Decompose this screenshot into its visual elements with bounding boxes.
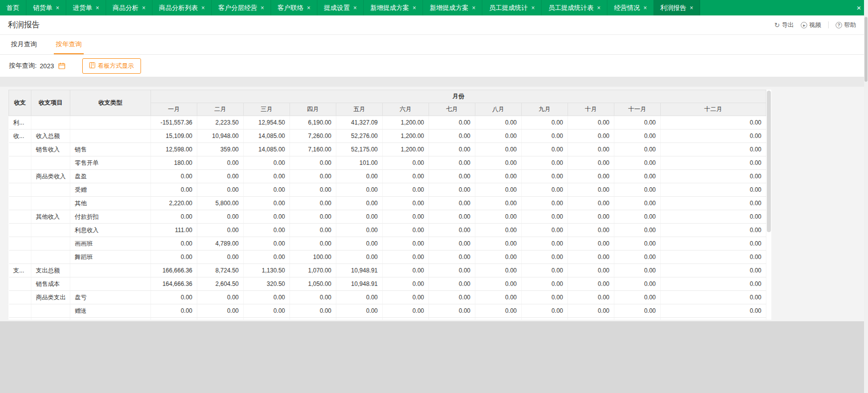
window-scrollbar-thumb[interactable] <box>865 17 868 82</box>
cell-month-value: 0.00 <box>661 143 766 156</box>
cell-month-value: 0.00 <box>383 210 429 224</box>
nav-tab[interactable]: 新增提成方案× <box>423 0 482 15</box>
tab-close-icon[interactable]: × <box>531 5 535 11</box>
nav-tab[interactable]: 经营情况× <box>607 0 654 15</box>
cell-month-value: 0.00 <box>429 251 475 264</box>
cell-month-value: 0.00 <box>522 277 568 291</box>
nav-tab-label: 商品分析列表 <box>159 3 198 12</box>
tab-close-icon[interactable]: × <box>353 5 357 11</box>
cell-month-value: 0.00 <box>522 304 568 318</box>
tab-close-icon[interactable]: × <box>56 5 59 11</box>
nav-tab[interactable]: 提成设置× <box>317 0 364 15</box>
tab-close-icon[interactable]: × <box>472 5 475 11</box>
header-actions: 导出视频帮助 <box>774 21 860 29</box>
profit-table: 收支 收支项目 收支类型 月份 一月二月三月四月五月六月七月八月九月十月十一月十… <box>8 90 766 320</box>
cell-month-value: 0.00 <box>290 170 336 183</box>
cell-month-value: 0.00 <box>568 318 614 320</box>
tab-yearly-query[interactable]: 按年查询 <box>54 35 84 54</box>
cell-month-value: 7,160.00 <box>290 143 336 156</box>
tab-close-icon[interactable]: × <box>690 5 693 11</box>
profit-table-panel: 收支 收支项目 收支类型 月份 一月二月三月四月五月六月七月八月九月十月十一月十… <box>8 90 771 320</box>
cell-month-value: 1,050.00 <box>290 277 336 291</box>
cell-month-value: 100.00 <box>290 251 336 264</box>
tab-monthly-query[interactable]: 按月查询 <box>9 35 39 54</box>
cell-month-value: 0.00 <box>197 304 244 318</box>
cell-month-value: 5,800.00 <box>197 197 244 210</box>
cell-month-value: 1,200.00 <box>383 130 429 143</box>
tab-close-icon[interactable]: × <box>643 5 647 11</box>
year-value[interactable]: 2023 <box>40 62 54 70</box>
export-action[interactable]: 导出 <box>774 21 794 29</box>
nav-tab[interactable]: 客户联络× <box>271 0 317 15</box>
nav-tab[interactable]: 客户分层经营× <box>212 0 271 15</box>
nav-tab[interactable]: 新增提成方案× <box>364 0 423 15</box>
tab-close-icon[interactable]: × <box>413 5 416 11</box>
cell-income-expense <box>9 251 31 264</box>
video-action[interactable]: 视频 <box>801 21 821 29</box>
nav-tab[interactable]: 利润报告× <box>654 0 700 15</box>
help-icon <box>836 22 842 28</box>
nav-tab-label: 新增提成方案 <box>430 3 468 12</box>
tab-close-icon[interactable]: × <box>96 5 99 11</box>
table-row: 画画班0.004,789.000.000.000.000.000.000.000… <box>9 237 766 251</box>
cell-month-value: 1,200.00 <box>383 116 429 130</box>
nav-tab[interactable]: 商品分析列表× <box>152 0 212 15</box>
nav-tab-label: 新增提成方案 <box>370 3 409 12</box>
nav-tab[interactable]: 销货单× <box>26 0 66 15</box>
nav-tab[interactable]: 商品分析× <box>106 0 152 15</box>
cell-month-value: 0.00 <box>336 251 383 264</box>
header-type: 收支类型 <box>70 90 151 116</box>
cell-month-value: 0.00 <box>661 197 766 210</box>
cell-month-value: 0.00 <box>522 251 568 264</box>
cell-income-expense <box>9 291 31 304</box>
cell-month-value: 0.00 <box>383 224 429 237</box>
board-view-button[interactable]: 看板方式显示 <box>82 58 141 74</box>
window-scrollbar[interactable] <box>864 0 868 393</box>
cell-month-value: 0.00 <box>429 156 475 170</box>
cell-income-expense <box>9 224 31 237</box>
cell-month-value: 0.00 <box>661 264 766 277</box>
calendar-icon[interactable] <box>58 62 65 69</box>
cell-month-value: 0.00 <box>336 210 383 224</box>
table-scrollbar-thumb[interactable] <box>767 91 771 232</box>
cell-type: 零售开单 <box>70 156 151 170</box>
tab-close-icon[interactable]: × <box>597 5 600 11</box>
help-action[interactable]: 帮助 <box>836 21 856 29</box>
cell-type <box>70 264 151 277</box>
cell-month-value: 111.00 <box>151 224 197 237</box>
cell-month-value: 0.00 <box>429 183 475 197</box>
nav-tab[interactable]: 员工提成统计表× <box>542 0 607 15</box>
tab-close-icon[interactable]: × <box>201 5 205 11</box>
export-label: 导出 <box>782 21 794 29</box>
nav-tab-label: 进货单 <box>73 3 92 12</box>
cell-month-value: 0.00 <box>475 170 522 183</box>
cell-item <box>31 318 70 320</box>
table-scrollbar[interactable] <box>767 91 771 319</box>
cell-income-expense <box>9 183 31 197</box>
tab-close-icon[interactable]: × <box>261 5 264 11</box>
nav-tab[interactable]: 首页 <box>0 0 26 15</box>
cell-month-value: 0.00 <box>614 156 661 170</box>
tab-close-icon[interactable]: × <box>142 5 145 11</box>
cell-month-value: 0.00 <box>475 130 522 143</box>
cell-month-value: 10,948.00 <box>197 130 244 143</box>
cell-month-value: 0.00 <box>290 210 336 224</box>
cell-month-value: 0.00 <box>429 210 475 224</box>
export-icon <box>774 22 780 28</box>
header-row-group: 收支 收支项目 收支类型 月份 <box>9 90 766 103</box>
cell-month-value: 0.00 <box>661 170 766 183</box>
cell-month-value: 0.00 <box>336 237 383 251</box>
cell-month-value: 0.00 <box>151 237 197 251</box>
cell-month-value: 0.00 <box>244 197 290 210</box>
cell-month-value: 0.00 <box>614 224 661 237</box>
nav-tab[interactable]: 进货单× <box>66 0 106 15</box>
cell-month-value: 6,190.00 <box>290 116 336 130</box>
cell-month-value: -151,557.36 <box>151 116 197 130</box>
cell-income-expense <box>9 277 31 291</box>
tab-close-icon[interactable]: × <box>307 5 310 11</box>
cell-month-value: 0.00 <box>475 264 522 277</box>
nav-tab[interactable]: 员工提成统计× <box>482 0 542 15</box>
header-divider <box>828 21 829 28</box>
cell-item: 支出总额 <box>31 264 70 277</box>
cell-month-value: 0.00 <box>568 210 614 224</box>
